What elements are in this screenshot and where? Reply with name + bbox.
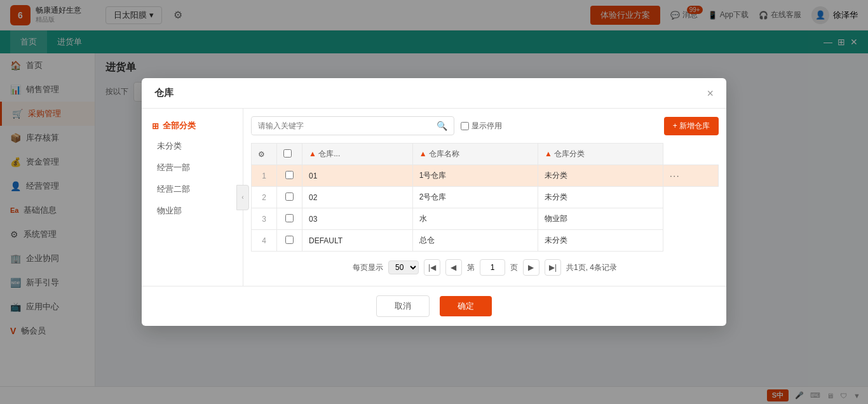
- show-disabled-label: 显示停用: [471, 121, 502, 131]
- row-name-cell: 1号仓库: [412, 165, 538, 187]
- chevron-left-icon: ‹: [241, 194, 243, 201]
- th-category: ▲ 仓库分类: [538, 144, 663, 165]
- total-records: 共1页, 4条记录: [566, 262, 617, 273]
- row-checkbox-cell[interactable]: [277, 230, 302, 252]
- row-category-cell: 未分类: [538, 165, 663, 187]
- last-page-button[interactable]: ▶|: [545, 259, 561, 276]
- select-all-checkbox[interactable]: [283, 149, 292, 158]
- modal-title: 仓库: [154, 87, 173, 99]
- table-row[interactable]: 1011号仓库未分类···: [252, 165, 719, 187]
- table-header-row: ⚙ ▲ 仓库... ▲: [252, 144, 719, 165]
- add-warehouse-button[interactable]: + 新增仓库: [664, 117, 719, 135]
- modal-header: 仓库 ×: [142, 78, 726, 109]
- table-container: ⚙ ▲ 仓库... ▲: [251, 143, 719, 252]
- row-checkbox[interactable]: [285, 236, 294, 244]
- next-page-button[interactable]: ▶: [523, 259, 539, 276]
- th-code: ▲ 仓库...: [302, 144, 413, 165]
- show-disabled-toggle[interactable]: 显示停用: [461, 121, 502, 131]
- row-actions-cell[interactable]: ···: [663, 165, 719, 187]
- category-item-property[interactable]: 物业部: [142, 200, 243, 222]
- row-gear-cell: 4: [252, 230, 277, 252]
- th-gear: ⚙: [252, 144, 277, 165]
- prev-page-button[interactable]: ◀: [445, 259, 462, 276]
- row-code-cell: DEFAULT: [302, 230, 413, 252]
- th-name: ▲ 仓库名称: [412, 144, 538, 165]
- modal-body: ⊞ 全部分类 未分类 经营一部 经营二部 物业部 ‹: [142, 109, 726, 286]
- grid-icon: ⊞: [152, 121, 159, 131]
- page-label: 第: [467, 262, 475, 273]
- sort-icon-name: ▲: [419, 149, 427, 158]
- table-row[interactable]: 303水物业部: [252, 208, 719, 230]
- confirm-button[interactable]: 确定: [440, 296, 492, 316]
- row-category-cell: 物业部: [538, 208, 663, 230]
- modal-close-button[interactable]: ×: [707, 88, 714, 99]
- pagination: 每页显示 50 |◀ ◀ 第 页 ▶ ▶| 共1页, 4条记录: [251, 252, 719, 278]
- row-gear-cell: 1: [252, 165, 277, 187]
- category-panel: ⊞ 全部分类 未分类 经营一部 经营二部 物业部 ‹: [142, 109, 243, 286]
- row-code-cell: 02: [302, 187, 413, 208]
- table-row[interactable]: 2022号仓库未分类: [252, 187, 719, 208]
- sort-icon: ▲: [309, 149, 316, 158]
- category-item-ops1[interactable]: 经营一部: [142, 157, 243, 178]
- category-item-unclassified[interactable]: 未分类: [142, 135, 243, 157]
- all-category-item[interactable]: ⊞ 全部分类: [142, 116, 243, 135]
- row-gear-cell: 3: [252, 208, 277, 230]
- row-checkbox[interactable]: [285, 214, 294, 222]
- row-checkbox[interactable]: [285, 171, 294, 179]
- first-page-button[interactable]: |◀: [424, 259, 440, 276]
- category-collapse-button[interactable]: ‹: [236, 185, 249, 210]
- cancel-button[interactable]: 取消: [376, 295, 430, 317]
- warehouse-modal: 仓库 × ⊞ 全部分类 未分类 经营一部 经营二部: [142, 78, 726, 326]
- show-disabled-checkbox[interactable]: [461, 122, 469, 130]
- category-ops1-label: 经营一部: [157, 163, 190, 172]
- page-number-input[interactable]: [480, 259, 505, 276]
- search-icon: 🔍: [437, 121, 447, 131]
- category-unclassified-label: 未分类: [157, 141, 182, 151]
- search-input[interactable]: [252, 118, 430, 134]
- row-category-cell: 未分类: [538, 230, 663, 252]
- search-button[interactable]: 🔍: [430, 117, 454, 135]
- row-checkbox[interactable]: [285, 192, 294, 201]
- table-row[interactable]: 4DEFAULT总仓未分类: [252, 230, 719, 252]
- category-property-label: 物业部: [157, 206, 182, 215]
- table-header: ⚙ ▲ 仓库... ▲: [252, 144, 719, 165]
- th-checkbox: [277, 144, 302, 165]
- table-toolbar: 🔍 显示停用 + 新增仓库: [251, 116, 719, 135]
- modal-footer: 取消 确定: [142, 286, 726, 326]
- category-item-ops2[interactable]: 经营二部: [142, 178, 243, 200]
- row-name-cell: 总仓: [412, 230, 538, 252]
- search-box: 🔍: [251, 116, 454, 135]
- category-ops2-label: 经营二部: [157, 184, 190, 194]
- warehouse-table: ⚙ ▲ 仓库... ▲: [251, 143, 719, 252]
- row-checkbox-cell[interactable]: [277, 187, 302, 208]
- table-panel: 🔍 显示停用 + 新增仓库 ⚙: [243, 109, 726, 286]
- row-gear-cell: 2: [252, 187, 277, 208]
- row-code-cell: 03: [302, 208, 413, 230]
- per-page-select[interactable]: 50: [388, 260, 419, 274]
- page-suffix: 页: [510, 262, 518, 273]
- row-code-cell: 01: [302, 165, 413, 187]
- modal-overlay: 仓库 × ⊞ 全部分类 未分类 经营一部 经营二部: [0, 0, 868, 404]
- row-checkbox-cell[interactable]: [277, 208, 302, 230]
- row-name-cell: 2号仓库: [412, 187, 538, 208]
- all-category-label: 全部分类: [163, 120, 196, 131]
- row-category-cell: 未分类: [538, 187, 663, 208]
- row-name-cell: 水: [412, 208, 538, 230]
- table-body: 1011号仓库未分类···2022号仓库未分类303水物业部4DEFAULT总仓…: [252, 165, 719, 252]
- per-page-label: 每页显示: [353, 262, 383, 273]
- sort-icon-cat: ▲: [545, 149, 552, 158]
- gear-header-icon: ⚙: [258, 150, 265, 159]
- row-checkbox-cell[interactable]: [277, 165, 302, 187]
